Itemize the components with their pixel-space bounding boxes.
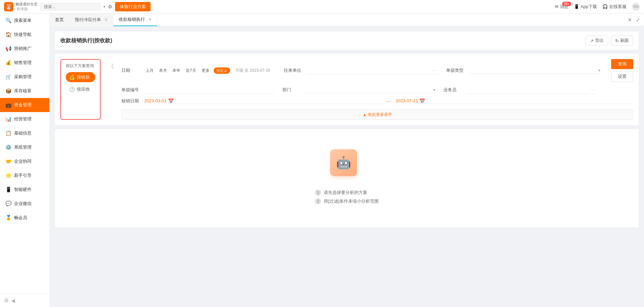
sidebar-item-quick-nav[interactable]: 🏠 快捷导航 [0,28,49,42]
page-content: 收款核销执行(按收款) ↗ 导出 ↻ 刷新 按以下方案查询 [50,26,644,307]
verify-date-from-calendar-icon[interactable]: 📅 [168,98,174,104]
sidebar-item-member[interactable]: 🏅 畅会员 [0,211,49,225]
sidebar: 🔍 搜索菜单 🏠 快捷导航 📢 营销推广 💰 销售管理 🛒 采购管理 📦 库存核… [0,13,50,307]
industry-solution-button[interactable]: 体验行业方案 [115,2,151,11]
last-7-days-btn[interactable]: 近7天 [184,67,198,74]
filter-row-3: 核销日期 2023-03-01 📅 — 2023-07-21 📅 [121,98,633,104]
sidebar-settings-icon[interactable]: ⚙ [4,297,9,304]
collapse-more-btn[interactable]: ▲ 收起更多条件 [121,109,633,120]
empty-step-2: 2 用[过滤]条件来缩小分析范围 [315,198,378,204]
refresh-icon: ↻ [615,38,619,43]
export-icon: ↗ [590,38,594,43]
tab-close-prepay[interactable]: ✕ [104,17,108,22]
logo-icon: 🐰 [4,2,13,11]
date-separator: — [385,99,393,104]
tab-receipt-exec[interactable]: 收款核销执行 ✕ [113,13,157,26]
sidebar-item-sales[interactable]: 💰 销售管理 [0,56,49,70]
department-field: 部门 ▾ [282,87,435,93]
inventory-icon: 📦 [5,88,11,94]
salesperson-select[interactable]: ··· [466,86,596,94]
sidebar-item-system[interactable]: ⚙️ 系统管理 [0,140,49,154]
tab-prepay[interactable]: 预付冲应付单 ✕ [69,13,113,26]
sidebar-item-basic[interactable]: 📋 基础信息 [0,126,49,140]
empty-robot-icon: 🤖 [330,149,357,176]
tab-bar-right: ✕ ⤢ [627,16,644,24]
verify-date-from: 2023-03-01 📅 [144,98,382,104]
last-month-btn[interactable]: 上月 [144,67,155,74]
refresh-button[interactable]: ↻ 刷新 [611,36,633,46]
verify-date-field: 核销日期 2023-03-01 📅 — 2023-07-21 📅 [121,98,633,104]
sidebar-item-collab[interactable]: 🤝 企业协同 [0,154,49,168]
date-shortcuts: 上月 本月 本年 近7天 更多 自定义 [144,67,230,74]
sidebar-item-guide[interactable]: 🌟 新手引导 [0,168,49,183]
sidebar-item-funds[interactable]: 💼 资金管理 [0,98,49,112]
sidebar-item-smart-hw[interactable]: 📱 智能硬件 [0,183,49,197]
sidebar-item-wechat[interactable]: 💬 企业微信 [0,197,49,211]
more-dates-btn[interactable]: 更多 [200,67,211,74]
step-1-num: 1 [315,190,321,196]
receipt-icon: 💰 [69,74,75,80]
search-chevron-icon[interactable]: ▾ [103,4,105,9]
page-header-actions: ↗ 导出 ↻ 刷新 [586,36,633,46]
this-year-btn[interactable]: 本年 [171,67,182,74]
salesperson-field: 业务员 ··· [443,86,596,94]
department-chevron-icon: ▾ [433,88,435,92]
filter-fields: 日期 上月 本月 本年 近7天 更多 自定义 不限 至 2023-07-26 [121,59,633,120]
online-service-link[interactable]: 🎧 在线客服 [602,4,627,10]
verify-date-to-calendar-icon[interactable]: 📅 [419,98,425,104]
collapse-chevron-icon: ▲ [363,112,367,117]
export-button[interactable]: ↗ 导出 [586,36,608,46]
settings-icon[interactable]: ⚙ [108,4,112,9]
brand-text: 畅捷通好生意 标准版 [15,2,38,11]
empty-steps: 1 请先选择要分析的方案 2 用[过滤]条件来缩小分析范围 [315,190,378,207]
tab-maximize-button[interactable]: ⤢ [635,16,641,24]
department-label: 部门 [282,87,303,93]
sidebar-bottom: ⚙ ◀ [0,294,49,307]
app-download-link[interactable]: 📱 App下载 [574,4,597,10]
sidebar-item-purchase[interactable]: 🛒 采购管理 [0,70,49,84]
sidebar-item-inventory[interactable]: 📦 库存核算 [0,84,49,98]
filter-by-receipt-option[interactable]: 💰 按收款 [66,72,95,82]
salesperson-dots-icon[interactable]: ··· [590,87,596,93]
tab-close-all-button[interactable]: ✕ [627,16,633,24]
tab-bar: 首页 预付冲应付单 ✕ 收款核销执行 ✕ ✕ ⤢ [50,13,644,26]
doc-type-label: 单据类型 [446,67,466,73]
avatar[interactable]: Rit [632,3,640,11]
settings-button[interactable]: 设置 [611,71,633,82]
custom-date-tag[interactable]: 自定义 [214,67,230,74]
verify-date-to-val: 2023-07-21 [396,98,418,103]
tab-close-receipt-exec[interactable]: ✕ [148,17,152,22]
query-button[interactable]: 查询 [611,59,633,69]
empty-state: 🤖 1 请先选择要分析的方案 2 用[过滤]条件来缩小分析范围 [55,129,639,227]
filter-by-receivable-option[interactable]: 🕐 按应收 [66,84,95,94]
wechat-icon: 💬 [5,201,11,207]
filter-row-1: 日期 上月 本月 本年 近7天 更多 自定义 不限 至 2023-07-26 [121,59,633,82]
counterparty-field: 往来单位 ··· [284,67,438,74]
basic-icon: 📋 [5,130,11,136]
messages-button[interactable]: ✉ 消息 99+ [555,4,569,10]
counterparty-dots-icon[interactable]: ··· [432,67,438,73]
message-icon: ✉ [555,4,558,9]
sidebar-collapse-icon[interactable]: ◀ [11,298,15,303]
salesperson-label: 业务员 [443,87,464,93]
filter-collapse-left-button[interactable]: 《 [106,62,116,70]
doc-no-input[interactable] [144,86,274,94]
tab-home[interactable]: 首页 [50,13,69,26]
member-icon: 🏅 [5,215,11,221]
headset-icon: 🎧 [602,4,608,9]
purchase-icon: 🛒 [5,74,11,80]
doc-type-field: 单据类型 ▾ [446,67,600,74]
doc-type-select[interactable]: ▾ [469,67,600,74]
verify-date-to: 2023-07-21 📅 [396,98,634,104]
department-select[interactable]: ▾ [305,87,435,93]
filter-section-title: 按以下方案查询 [66,63,95,69]
doc-type-chevron-icon: ▾ [598,68,600,73]
sidebar-item-marketing[interactable]: 📢 营销推广 [0,42,49,56]
sidebar-item-search-menu[interactable]: 🔍 搜索菜单 [0,13,49,28]
counterparty-select[interactable]: ··· [307,67,438,74]
funds-icon: 💼 [5,102,11,108]
guide-icon: 🌟 [5,172,11,178]
sidebar-item-ops[interactable]: 📊 经营管理 [0,112,49,126]
search-input[interactable] [40,3,101,10]
this-month-btn[interactable]: 本月 [158,67,168,74]
